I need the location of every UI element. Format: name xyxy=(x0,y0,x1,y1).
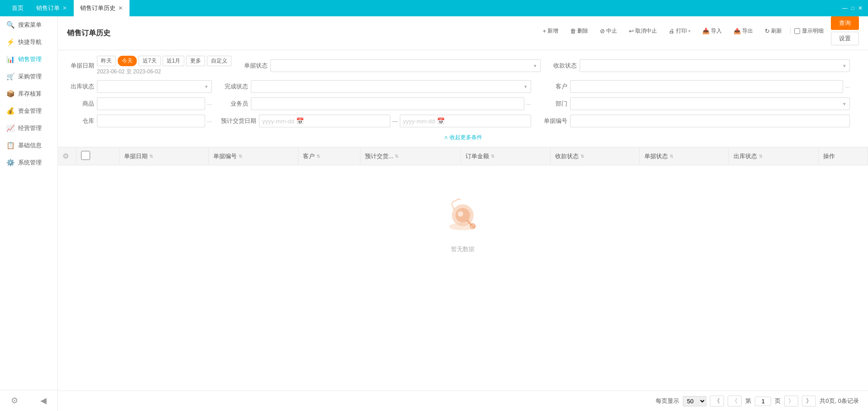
th-doc-date[interactable]: 单据日期 ⇅ xyxy=(119,147,208,165)
svg-point-3 xyxy=(458,211,463,217)
sidebar-item-inventory[interactable]: 📦 库存核算 xyxy=(0,85,58,102)
date-separator: — xyxy=(392,118,398,125)
sidebar-item-basic-info[interactable]: 📋 基础信息 xyxy=(0,137,58,154)
doc-no-sort[interactable]: 单据编号 ⇅ xyxy=(213,152,293,160)
filter-department: 部门 ▾ xyxy=(540,97,850,110)
doc-status-select[interactable]: ▾ xyxy=(270,59,541,72)
th-expected-delivery[interactable]: 预计交货... ⇅ xyxy=(360,147,461,165)
last-page-btn[interactable]: 》 xyxy=(802,396,816,406)
page-suffix: 页 xyxy=(775,397,781,405)
completion-status-label: 完成状态 xyxy=(221,82,248,91)
th-doc-status[interactable]: 单据状态 ⇅ xyxy=(639,147,729,165)
customer-sort-icon: ⇅ xyxy=(317,154,320,159)
tab-sales-order-history-close[interactable]: ✕ xyxy=(118,5,123,11)
outbound-status-select[interactable]: ▾ xyxy=(97,80,212,93)
date-btn-today[interactable]: 今天 xyxy=(118,56,137,66)
goods-input-area: ··· xyxy=(97,97,212,110)
th-receipt-status[interactable]: 收款状态 ⇅ xyxy=(550,147,639,165)
warehouse-input[interactable] xyxy=(97,115,205,127)
delivery-date-end[interactable]: yyyy-mm-dd 📅 xyxy=(400,115,531,127)
table-body: 暂无数据 xyxy=(58,165,868,281)
th-doc-no[interactable]: 单据编号 ⇅ xyxy=(209,147,298,165)
doc-date-sort[interactable]: 单据日期 ⇅ xyxy=(124,152,204,160)
tab-sales-order-close[interactable]: ✕ xyxy=(62,5,67,11)
tab-home[interactable]: 首页 xyxy=(5,0,30,16)
window-close[interactable]: ✕ xyxy=(858,5,863,11)
sidebar-item-quick-nav[interactable]: ⚡ 快捷导航 xyxy=(0,34,58,51)
select-all-checkbox[interactable] xyxy=(81,151,90,160)
sidebar-item-search-menu[interactable]: 🔍 搜索菜单 xyxy=(0,16,58,34)
window-minimize[interactable]: — xyxy=(842,5,848,11)
show-detail-label[interactable]: 显示明细 xyxy=(794,27,824,35)
expected-delivery-sort[interactable]: 预计交货... ⇅ xyxy=(365,152,456,160)
show-detail-checkbox[interactable] xyxy=(794,28,800,34)
sidebar-settings-btn[interactable]: ⚙ xyxy=(7,394,22,407)
customer-ellipsis[interactable]: ··· xyxy=(845,83,850,90)
table-settings-icon[interactable]: ⚙ xyxy=(62,152,69,160)
delete-button[interactable]: 🗑 删除 xyxy=(566,25,593,37)
customer-sort[interactable]: 客户 ⇅ xyxy=(303,152,355,160)
date-btn-1month[interactable]: 近1月 xyxy=(163,56,185,66)
stop-button[interactable]: ⊘ 中止 xyxy=(595,25,622,37)
doc-no-label: 单据编号 xyxy=(540,117,567,125)
outbound-status-sort[interactable]: 出库状态 ⇅ xyxy=(734,152,813,160)
tab-sales-order-history[interactable]: 销售订单历史 ✕ xyxy=(74,0,129,16)
page-size-select[interactable]: 50 10 20 100 xyxy=(683,396,706,406)
sidebar-item-sys-mgmt[interactable]: ⚙️ 系统管理 xyxy=(0,154,58,171)
empty-state: 暂无数据 xyxy=(58,165,868,280)
settings-button[interactable]: 设置 xyxy=(831,32,859,45)
prev-page-btn[interactable]: 〈 xyxy=(728,396,742,406)
th-order-amount[interactable]: 订单金额 ⇅ xyxy=(461,147,550,165)
next-page-btn[interactable]: 〉 xyxy=(784,396,798,406)
delivery-date-start[interactable]: yyyy-mm-dd 📅 xyxy=(259,115,390,127)
date-btn-7days[interactable]: 近7天 xyxy=(139,56,161,66)
empty-icon xyxy=(440,193,485,238)
completion-status-select[interactable]: ▾ xyxy=(251,80,531,93)
cancel-stop-button[interactable]: ↩ 取消中止 xyxy=(624,25,662,37)
sidebar-item-finance[interactable]: 💰 资金管理 xyxy=(0,102,58,120)
first-page-btn[interactable]: 《 xyxy=(710,396,724,406)
collapse-filter-btn[interactable]: ∧ 收起更多条件 xyxy=(67,132,859,141)
refresh-button[interactable]: ↻ 刷新 xyxy=(760,25,786,37)
sidebar-bottom: ⚙ ◀ xyxy=(0,390,58,411)
date-btn-yesterday[interactable]: 昨天 xyxy=(97,56,116,66)
sidebar-item-sales-mgmt[interactable]: 📊 销售管理 xyxy=(0,51,58,68)
date-btn-more[interactable]: 更多 xyxy=(186,56,205,66)
query-button[interactable]: 查询 xyxy=(831,16,859,30)
content-area: 销售订单历史 + 新增 🗑 删除 ⊘ 中止 ↩ 取消中止 xyxy=(58,16,868,411)
new-button[interactable]: + 新增 xyxy=(538,25,563,37)
doc-no-sort-icon: ⇅ xyxy=(239,154,242,159)
date-btn-custom[interactable]: 自定义 xyxy=(207,56,231,66)
warehouse-label: 仓库 xyxy=(67,117,94,125)
import-button[interactable]: 📥 导入 xyxy=(698,25,726,37)
export-button[interactable]: 📤 导出 xyxy=(729,25,758,37)
order-amount-sort-icon: ⇅ xyxy=(491,154,494,159)
doc-status-sort[interactable]: 单据状态 ⇅ xyxy=(644,152,724,160)
window-maximize[interactable]: □ xyxy=(851,5,854,11)
salesperson-ellipsis[interactable]: ··· xyxy=(526,101,531,107)
sidebar-item-operations[interactable]: 📈 经营管理 xyxy=(0,120,58,137)
sidebar-item-purchase-mgmt-label: 采购管理 xyxy=(18,73,42,81)
salesperson-input[interactable] xyxy=(251,97,524,110)
department-select[interactable]: ▾ xyxy=(570,97,850,110)
order-amount-sort[interactable]: 订单金额 ⇅ xyxy=(465,152,545,160)
goods-input[interactable] xyxy=(97,97,205,110)
doc-status-label: 单据状态 xyxy=(240,62,268,70)
page-input[interactable] xyxy=(755,396,771,406)
warehouse-ellipsis[interactable]: ··· xyxy=(207,118,212,125)
goods-ellipsis[interactable]: ··· xyxy=(207,101,212,107)
sys-mgmt-icon: ⚙️ xyxy=(6,159,14,167)
refresh-label: 刷新 xyxy=(771,27,782,35)
receipt-status-sort[interactable]: 收款状态 ⇅ xyxy=(555,152,635,160)
page-title: 销售订单历史 xyxy=(67,29,110,38)
th-outbound-status[interactable]: 出库状态 ⇅ xyxy=(729,147,818,165)
th-customer[interactable]: 客户 ⇅ xyxy=(298,147,360,165)
doc-no-input[interactable] xyxy=(570,115,850,127)
sidebar-item-purchase-mgmt[interactable]: 🛒 采购管理 xyxy=(0,68,58,85)
receipt-status-select[interactable]: ▾ xyxy=(580,59,850,72)
operations-icon: 📈 xyxy=(6,124,14,132)
print-button[interactable]: 🖨 打印 ▾ xyxy=(664,25,695,37)
customer-input[interactable] xyxy=(570,80,844,93)
sidebar-collapse-btn[interactable]: ◀ xyxy=(37,394,50,407)
tab-sales-order[interactable]: 销售订单 ✕ xyxy=(30,0,74,16)
